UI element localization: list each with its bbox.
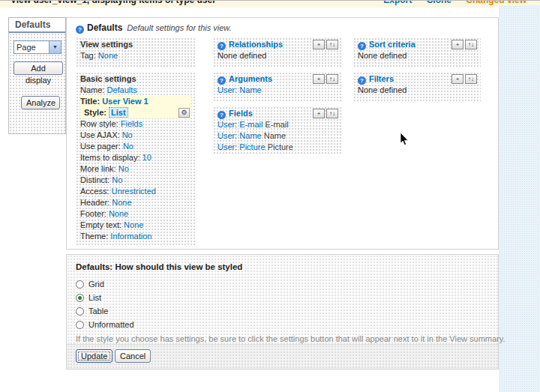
add-icon[interactable]: + bbox=[313, 40, 325, 49]
setting-row: Access: Unrestricted bbox=[80, 186, 191, 197]
field-item-suffix: Picture bbox=[268, 142, 293, 151]
arguments-title[interactable]: Arguments bbox=[229, 74, 272, 83]
help-icon[interactable]: ? bbox=[218, 42, 226, 50]
setting-row: Header: None bbox=[80, 197, 191, 208]
setting-row: Use AJAX: No bbox=[80, 130, 191, 141]
rearrange-icon[interactable]: ↑↓ bbox=[465, 74, 477, 84]
radio-option-list[interactable]: List bbox=[76, 291, 489, 304]
radio-icon[interactable] bbox=[76, 280, 84, 289]
setting-label: Row style: bbox=[80, 119, 118, 128]
empty-text: None defined bbox=[358, 50, 476, 61]
setting-label: Use AJAX: bbox=[80, 130, 120, 139]
setting-label: Use pager: bbox=[80, 142, 121, 151]
filters-box: ?Filters +↑↓ None defined bbox=[353, 72, 481, 102]
setting-value-link[interactable]: Fields bbox=[121, 119, 142, 128]
relationships-box: ?Relationships +↑↓ None defined bbox=[213, 37, 342, 67]
setting-label: Distinct: bbox=[80, 175, 110, 184]
radio-option-grid[interactable]: Grid bbox=[76, 277, 489, 291]
setting-label: Title: bbox=[80, 97, 100, 106]
summary-title: Defaults bbox=[87, 22, 122, 33]
help-icon[interactable]: ? bbox=[218, 111, 226, 119]
rearrange-icon[interactable]: ↑↓ bbox=[326, 74, 338, 84]
help-icon[interactable]: ? bbox=[358, 76, 366, 85]
basic-settings-box: Basic settings Name: Defaults Title: Use… bbox=[76, 72, 196, 245]
field-item-suffix: E-mail bbox=[266, 120, 289, 129]
radio-icon[interactable] bbox=[76, 307, 84, 316]
radio-label: List bbox=[88, 293, 101, 302]
setting-row: Row style: Fields bbox=[80, 118, 191, 130]
style-value-link[interactable]: List bbox=[109, 107, 128, 118]
setting-label: Footer: bbox=[80, 209, 106, 218]
setting-row: More link: No bbox=[80, 163, 191, 175]
setting-value-link[interactable]: None bbox=[98, 51, 118, 60]
field-item-link[interactable]: User: E-mail bbox=[218, 120, 263, 129]
add-icon[interactable]: + bbox=[452, 74, 464, 84]
setting-value-link[interactable]: 10 bbox=[142, 153, 152, 162]
setting-value-link[interactable]: No bbox=[112, 175, 122, 184]
view-settings-title: View settings bbox=[80, 40, 133, 49]
sort-criteria-title[interactable]: Sort criteria bbox=[369, 40, 416, 49]
radio-icon[interactable] bbox=[76, 321, 84, 329]
setting-label: Name: bbox=[80, 85, 104, 94]
setting-row-style: Style: List ⚙ bbox=[80, 107, 191, 118]
setting-row: Use pager: No bbox=[80, 141, 191, 152]
clone-link[interactable]: Clone bbox=[427, 1, 452, 5]
radio-option-table[interactable]: Table bbox=[76, 304, 489, 318]
arguments-box: ?Arguments +↑↓ User: Name bbox=[213, 72, 342, 102]
basic-settings-title: Basic settings bbox=[80, 74, 136, 83]
radio-label: Unformatted bbox=[88, 320, 134, 329]
form-button-strip: Update Cancel bbox=[67, 344, 498, 369]
argument-item-link[interactable]: User: Name bbox=[218, 85, 262, 94]
setting-value-link[interactable]: Information bbox=[110, 232, 152, 241]
field-row: User: Name Name bbox=[218, 130, 338, 142]
export-link[interactable]: Export bbox=[383, 1, 412, 5]
display-controls-panel: Page ▼ Add display Analyze bbox=[8, 31, 66, 134]
cancel-button[interactable]: Cancel bbox=[115, 349, 151, 363]
field-row: User: Picture Picture bbox=[218, 142, 338, 153]
help-icon[interactable]: ? bbox=[358, 42, 366, 50]
display-type-select[interactable]: Page ▼ bbox=[14, 40, 62, 54]
view-summary-panel: ?DefaultsDefault settings for this view.… bbox=[66, 17, 499, 250]
setting-value-link[interactable]: No bbox=[118, 164, 129, 173]
analyze-button[interactable]: Analyze bbox=[21, 96, 60, 109]
setting-value-link[interactable]: No bbox=[123, 142, 134, 151]
help-icon[interactable]: ? bbox=[218, 76, 226, 85]
style-settings-gear-icon[interactable]: ⚙ bbox=[178, 108, 190, 118]
relationships-title[interactable]: Relationships bbox=[229, 40, 283, 49]
filters-title[interactable]: Filters bbox=[369, 74, 394, 83]
update-button[interactable]: Update bbox=[76, 349, 112, 363]
rearrange-icon[interactable]: ↑↓ bbox=[326, 40, 338, 49]
setting-row: Name: Defaults bbox=[80, 85, 191, 96]
setting-label: Theme: bbox=[80, 232, 108, 241]
setting-value-link[interactable]: None bbox=[124, 220, 143, 229]
field-item-link[interactable]: User: Name bbox=[218, 131, 262, 140]
setting-value-link[interactable]: Defaults bbox=[106, 85, 136, 94]
radio-option-unformatted[interactable]: Unformatted bbox=[76, 318, 489, 331]
page-title: View user_view_1, displaying items of ty… bbox=[10, 1, 216, 5]
setting-value-link[interactable]: Unrestricted bbox=[112, 187, 156, 196]
setting-value-link[interactable]: None bbox=[109, 209, 128, 218]
style-edit-form: Defaults: How should this view be styled… bbox=[66, 254, 499, 370]
setting-row: Tag: None bbox=[80, 50, 191, 61]
setting-value-link[interactable]: No bbox=[122, 130, 133, 139]
radio-icon[interactable] bbox=[76, 294, 84, 302]
add-icon[interactable]: + bbox=[313, 109, 325, 118]
rearrange-icon[interactable]: ↑↓ bbox=[465, 40, 477, 49]
field-row: User: E-mail E-mail bbox=[218, 119, 338, 130]
add-icon[interactable]: + bbox=[452, 40, 464, 49]
add-icon[interactable]: + bbox=[313, 74, 325, 84]
field-item-link[interactable]: User: Picture bbox=[218, 142, 266, 151]
sort-criteria-box: ?Sort criteria +↑↓ None defined bbox=[353, 37, 481, 67]
style-form-description: If the style you choose has settings, be… bbox=[76, 334, 489, 343]
setting-value-link[interactable]: None bbox=[112, 198, 131, 207]
rearrange-icon[interactable]: ↑↓ bbox=[326, 109, 338, 118]
mouse-cursor-icon bbox=[400, 133, 409, 146]
tab-defaults[interactable]: Defaults bbox=[8, 17, 66, 31]
help-icon[interactable]: ? bbox=[76, 25, 84, 34]
add-display-button[interactable]: Add display bbox=[14, 61, 63, 75]
fields-title[interactable]: Fields bbox=[229, 109, 253, 118]
empty-text: None defined bbox=[218, 50, 338, 61]
empty-text: None defined bbox=[358, 85, 476, 96]
setting-value-link[interactable]: User View 1 bbox=[102, 97, 148, 106]
setting-label: Header: bbox=[80, 198, 110, 207]
